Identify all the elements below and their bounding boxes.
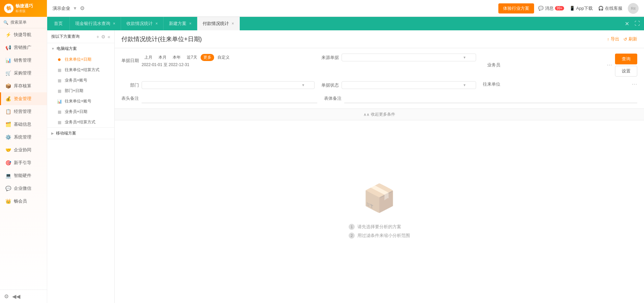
content-area: 按以下方案查询 + ⚙ « ▼ 电脑端方案 ● 往来单位+日期 ▦ (47, 30, 644, 303)
tab-bank-flow-close[interactable]: × (113, 21, 115, 26)
collapse-sidebar-icon[interactable]: ◀◀ (12, 293, 20, 300)
sidebar-item-collab[interactable]: 🤝 企业协同 (0, 144, 47, 156)
add-scheme-icon[interactable]: + (96, 34, 99, 39)
scheme-item-staff-settle[interactable]: ▦ 业务员+结算方式 (47, 117, 114, 127)
staff-label: 业务员 (483, 62, 500, 68)
app-download-btn[interactable]: 📱 App下载 (569, 5, 593, 11)
sidebar-item-basic-info[interactable]: 🗂️ 基础信息 (0, 118, 47, 131)
body-note-input[interactable] (344, 94, 637, 102)
date-btn-more[interactable]: 更多 (201, 54, 214, 61)
sidebar-item-label: 基础信息 (14, 121, 31, 127)
search-menu[interactable]: 🔍 搜索菜单 (0, 17, 47, 28)
scheme-group-mobile-header[interactable]: ▶ 移动端方案 (47, 128, 114, 139)
sidebar-item-member[interactable]: 👑 畅会员 (0, 195, 47, 208)
voucher-status-select[interactable]: ▼ (342, 81, 476, 89)
tip2-text: 用过滤条件来缩小分析范围 (357, 233, 410, 239)
export-label: 导出 (611, 36, 619, 42)
tab-new-scheme-label: 新建方案 (169, 21, 186, 27)
date-btn-7days[interactable]: 近7天 (184, 54, 200, 61)
user-avatar[interactable]: Rit (628, 3, 639, 14)
app-download-label: App下载 (576, 5, 593, 11)
sidebar-item-label: 销售管理 (14, 57, 31, 63)
tab-receivable-label: 收款情况统计 (126, 21, 153, 27)
sidebar-item-purchase[interactable]: 🛒 采购管理 (0, 67, 47, 80)
scheme-item-partner-account[interactable]: 📊 往来单位+账号 (47, 96, 114, 107)
sidebar-item-sales[interactable]: 📊 销售管理 (0, 54, 47, 67)
messages-badge: 99+ (555, 6, 564, 10)
messages-label: 消息 (545, 5, 554, 11)
scheme-item-staff-date[interactable]: ▦ 业务员+日期 (47, 107, 114, 117)
search-icon: 🔍 (3, 20, 8, 25)
collapse-left-panel-icon[interactable]: « (108, 34, 110, 39)
online-service-btn[interactable]: 🎧 在线客服 (598, 5, 622, 11)
date-btn-this-month[interactable]: 本月 (156, 54, 169, 61)
collapse-chevron-icon: ∧∧ (363, 112, 370, 117)
scheme-item-partner-date[interactable]: ● 往来单位+日期 (47, 54, 114, 65)
page-header: 付款情况统计(往来单位+日期) ↑ 导出 ↺ 刷新 (115, 30, 644, 48)
tab-receivable-close[interactable]: × (155, 21, 158, 26)
sidebar-item-finance[interactable]: 💰 资金管理 (0, 92, 47, 105)
tab-bank-flow[interactable]: 现金银行流水查询 × (70, 17, 121, 30)
refresh-btn[interactable]: ↺ 刷新 (623, 36, 637, 42)
tab-receivable[interactable]: 收款情况统计 × (121, 17, 164, 30)
topbar-settings-icon[interactable]: ⚙ (80, 5, 85, 11)
export-btn[interactable]: ↑ 导出 (607, 36, 620, 42)
scheme-item-staff-account[interactable]: ▦ 业务员+账号 (47, 75, 114, 86)
sidebar-item-operations[interactable]: 📋 经营管理 (0, 105, 47, 118)
source-voucher-select[interactable]: ▼ (342, 54, 476, 61)
filter-settings-button[interactable]: 设置 (615, 66, 637, 77)
left-panel-title: 按以下方案查询 (51, 34, 80, 39)
tab-home-label: 首页 (54, 21, 63, 27)
header-note-input[interactable] (142, 94, 317, 102)
sidebar-item-label: 新手引导 (14, 160, 31, 166)
settings-icon[interactable]: ⚙ (4, 293, 9, 300)
scheme-item-partner-settle[interactable]: ▦ 往来单位+结算方式 (47, 65, 114, 75)
sidebar-item-wechat[interactable]: 💬 企业微信 (0, 182, 47, 195)
logo-icon: 畅 (4, 4, 13, 13)
sidebar-item-quick-nav[interactable]: ⚡ 快捷导航 (0, 28, 47, 41)
export-icon: ↑ (607, 37, 610, 42)
system-icon: ⚙️ (5, 134, 11, 140)
scheme-group-desktop-header[interactable]: ▼ 电脑端方案 (47, 43, 114, 54)
collapse-bar[interactable]: ∧∧ 收起更多条件 (115, 109, 644, 120)
body-note-input-wrap (344, 94, 637, 103)
scheme-settings-icon[interactable]: ⚙ (101, 34, 106, 39)
finance-icon: 💰 (5, 96, 11, 101)
dept-select[interactable]: ▼ (142, 81, 315, 89)
close-all-tabs-icon[interactable]: ✕ (623, 19, 631, 28)
messages-btn[interactable]: 💬 消息 99+ (538, 5, 564, 11)
mobile-group-label: 移动端方案 (56, 130, 76, 136)
sidebar-item-label: 企业微信 (14, 185, 31, 191)
partner-dots[interactable]: ··· (632, 81, 637, 87)
guide-icon: 🎯 (5, 160, 11, 165)
date-btn-last-month[interactable]: 上月 (142, 54, 155, 61)
main-content: 演示企业 ▼ ⚙ 体验行业方案 💬 消息 99+ 📱 App下载 🎧 在线客服 … (47, 0, 644, 303)
sidebar-item-label: 快捷导航 (14, 32, 31, 38)
filter-row-3: 表头备注 表体备注 (121, 94, 637, 103)
query-button[interactable]: 查询 (615, 54, 637, 64)
staff-dots[interactable]: ··· (607, 62, 612, 68)
sidebar-item-inventory[interactable]: 📦 库存核算 (0, 80, 47, 92)
wechat-icon: 💬 (5, 186, 11, 191)
tab-payment-stat-close[interactable]: × (232, 21, 234, 26)
trial-btn[interactable]: 体验行业方案 (498, 3, 534, 13)
scheme-item-dept-date[interactable]: ▦ 部门+日期 (47, 86, 114, 96)
sidebar-item-marketing[interactable]: 📢 营销推广 (0, 41, 47, 54)
tab-bank-flow-label: 现金银行流水查询 (75, 21, 110, 27)
date-btn-this-year[interactable]: 本年 (170, 54, 183, 61)
collab-icon: 🤝 (5, 147, 11, 153)
sidebar-item-smart-hw[interactable]: 💻 智能硬件 (0, 169, 47, 182)
source-voucher-arrow: ▼ (463, 56, 466, 59)
tab-new-scheme[interactable]: 新建方案 × (164, 17, 197, 30)
message-icon: 💬 (538, 6, 544, 11)
sidebar-item-label: 系统管理 (14, 134, 31, 140)
tab-home[interactable]: 首页 (47, 17, 70, 30)
tab-new-scheme-close[interactable]: × (189, 21, 192, 26)
sidebar-item-guide[interactable]: 🎯 新手引导 (0, 156, 47, 169)
expand-tabs-icon[interactable]: ⛶ (633, 19, 641, 28)
tab-payment-stat[interactable]: 付款情况统计 × (197, 17, 240, 30)
sidebar-item-system[interactable]: ⚙️ 系统管理 (0, 131, 47, 144)
collapse-btn[interactable]: ∧∧ 收起更多条件 (363, 112, 395, 117)
refresh-label: 刷新 (628, 36, 637, 42)
date-btn-custom[interactable]: 自定义 (215, 54, 232, 61)
